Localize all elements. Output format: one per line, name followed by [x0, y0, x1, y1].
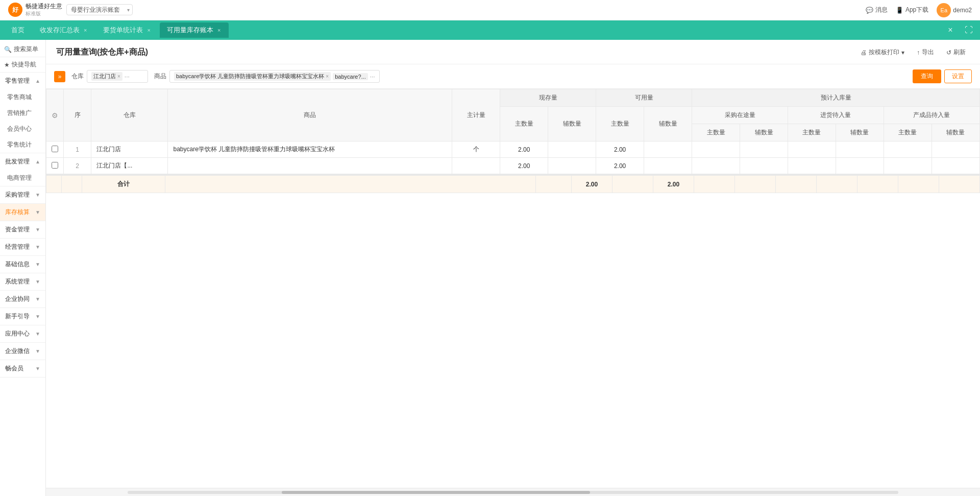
sidebar-finance-header[interactable]: 资金管理 ▼ [0, 221, 45, 238]
tab-bar-actions: × ⛶ [943, 23, 976, 37]
operation-arrow-icon: ▼ [35, 244, 40, 250]
tab-fullscreen[interactable]: ⛶ [962, 23, 976, 37]
filter-product-group: 商品 babycare学饮杯 儿童防摔防撞吸管杯重力球吸嘴杯宝宝水杯 × bab… [154, 70, 380, 83]
app-icon: 📱 [896, 7, 903, 14]
enterprise-arrow-icon: ▼ [35, 296, 40, 302]
refresh-icon: ↺ [946, 49, 951, 56]
th-pur-transit: 采购在途量 [692, 107, 788, 124]
warehouse-filter-input[interactable]: 江北门店 × ··· [87, 70, 148, 83]
nav-user[interactable]: Ea demo2 [937, 3, 972, 17]
sidebar-section-operation: 经营管理 ▼ [0, 239, 45, 256]
sidebar-inventory-header[interactable]: 库存核算 ▼ [0, 204, 45, 221]
sidebar-item-retail-mall[interactable]: 零售商城 [0, 89, 45, 105]
main-layout: 🔍 搜索菜单 ★ 快捷导航 零售管理 ▲ 零售商城 营销推广 会员中心 零售统计… [0, 40, 980, 496]
tab-home[interactable]: 首页 [4, 22, 32, 38]
tab-available-stock[interactable]: 可用量库存账本 × [160, 22, 229, 38]
tab-receive-summary-close[interactable]: × [83, 27, 88, 34]
sidebar-section-wechat: 企业微信 ▼ [0, 343, 45, 360]
print-btn[interactable]: 🖨 按模板打印 ▾ [856, 46, 909, 59]
sidebar-appstore-header[interactable]: 应用中心 ▼ [0, 325, 45, 342]
sidebar-search[interactable]: 🔍 搜索菜单 [0, 40, 45, 57]
sidebar: 🔍 搜索菜单 ★ 快捷导航 零售管理 ▲ 零售商城 营销推广 会员中心 零售统计… [0, 40, 46, 496]
filter-expand-btn[interactable]: » [54, 71, 65, 82]
scrollbar-thumb[interactable] [282, 491, 590, 494]
export-btn[interactable]: ↑ 导出 [913, 46, 938, 59]
sidebar-item-member-center[interactable]: 会员中心 [0, 121, 45, 137]
sidebar-item-retail-stats[interactable]: 零售统计 [0, 137, 45, 153]
product-tag-value: babycare学饮杯 儿童防摔防撞吸管杯重力球吸嘴杯宝宝水杯 [176, 73, 324, 80]
cell-prod-pend-main [884, 158, 932, 174]
product-filter-input[interactable]: babycare学饮杯 儿童防摔防撞吸管杯重力球吸嘴杯宝宝水杯 × babyca… [169, 70, 380, 83]
sidebar-item-ecommerce[interactable]: 电商管理 [0, 170, 45, 186]
sidebar-retail-header[interactable]: 零售管理 ▲ [0, 73, 45, 89]
cell-pur-pend-aux [836, 158, 884, 174]
query-btn[interactable]: 查询 [913, 69, 941, 83]
system-arrow-icon: ▼ [35, 279, 40, 285]
th-stock-main: 主数量 [500, 107, 548, 141]
top-bar-left: 好 畅捷通好生意 标准版 母婴行业演示账套 [8, 3, 133, 17]
refresh-btn[interactable]: ↺ 刷新 [942, 46, 970, 59]
cell-pur-transit-main [692, 141, 740, 158]
sidebar-item-marketing[interactable]: 营销推广 [0, 105, 45, 121]
th-prod-pend: 产成品待入量 [884, 107, 979, 124]
scrollbar-track[interactable] [128, 491, 898, 494]
cell-checkbox[interactable] [46, 141, 64, 158]
print-icon: 🖨 [861, 49, 867, 56]
sidebar-enterprise-label: 企业协同 [5, 295, 30, 303]
sidebar-section-finance: 资金管理 ▼ [0, 221, 45, 239]
tenant-selector-wrapper[interactable]: 母婴行业演示账套 [66, 4, 133, 15]
th-stock-aux: 辅数量 [548, 107, 596, 141]
tab-receive-summary-label: 收发存汇总表 [40, 26, 80, 35]
tenant-select[interactable]: 母婴行业演示账套 [66, 4, 133, 15]
sidebar-member-label: 畅会员 [5, 364, 23, 373]
cell-avail-aux [644, 141, 692, 158]
sidebar-enterprise-header[interactable]: 企业协同 ▼ [0, 291, 45, 308]
warehouse-tag-close[interactable]: × [117, 74, 120, 79]
th-warehouse: 仓库 [91, 89, 168, 141]
sidebar-wechat-header[interactable]: 企业微信 ▼ [0, 343, 45, 360]
product-tag-close[interactable]: × [326, 74, 329, 79]
tab-available-stock-close[interactable]: × [216, 27, 222, 34]
sidebar-purchase-label: 采购管理 [5, 191, 30, 199]
tab-order-stats-close[interactable]: × [146, 27, 151, 34]
page-actions: 🖨 按模板打印 ▾ ↑ 导出 ↺ 刷新 [856, 46, 970, 59]
th-current-stock: 现存量 [500, 89, 596, 107]
sidebar-system-header[interactable]: 系统管理 ▼ [0, 273, 45, 290]
cell-warehouse: 江北门店 [91, 141, 168, 158]
sidebar-basic-header[interactable]: 基础信息 ▼ [0, 256, 45, 273]
top-bar-right: 💬 消息 📱 App下载 Ea demo2 [866, 3, 972, 17]
sidebar-section-purchase: 采购管理 ▼ [0, 186, 45, 204]
sidebar-member-header[interactable]: 畅会员 ▼ [0, 360, 45, 377]
tab-close-all[interactable]: × [943, 23, 958, 37]
cell-checkbox[interactable] [46, 158, 64, 174]
nav-app-download[interactable]: 📱 App下载 [896, 6, 928, 14]
sidebar-operation-label: 经营管理 [5, 243, 30, 251]
tab-order-stats[interactable]: 要货单统计表 × [96, 22, 158, 38]
sidebar-newguide-header[interactable]: 新手引导 ▼ [0, 308, 45, 325]
th-planned-in: 预计入库量 [692, 89, 980, 107]
footer-stock-main: 2.00 [572, 176, 612, 193]
sidebar-purchase-header[interactable]: 采购管理 ▼ [0, 186, 45, 203]
cell-stock-aux [548, 158, 596, 174]
product-filter-tag2: babycare?... [333, 73, 368, 80]
page-header: 可用量查询(按仓库+商品) 🖨 按模板打印 ▾ ↑ 导出 ↺ 刷新 [46, 40, 980, 64]
warehouse-filter-label: 仓库 [71, 72, 84, 81]
sidebar-quick-nav-label: 快捷导航 [12, 60, 36, 69]
sidebar-wholesale-header[interactable]: 批发管理 ▲ [0, 153, 45, 170]
th-pur-pend: 进货待入量 [788, 107, 884, 124]
purchase-arrow-icon: ▼ [35, 192, 40, 198]
sidebar-quick-nav[interactable]: ★ 快捷导航 [0, 57, 45, 73]
settings-btn[interactable]: 设置 [944, 69, 972, 83]
cell-avail-main: 2.00 [596, 141, 644, 158]
cell-product: babycare学饮杯 儿童防摔防撞吸管杯重力球吸嘴杯宝宝水杯 [168, 141, 452, 158]
finance-arrow-icon: ▼ [35, 227, 40, 232]
gear-icon[interactable]: ⚙ [52, 111, 58, 120]
nav-message[interactable]: 💬 消息 [866, 6, 888, 14]
th-gear[interactable]: ⚙ [46, 89, 64, 141]
product-filter-more[interactable]: ··· [370, 73, 375, 80]
tab-receive-summary[interactable]: 收发存汇总表 × [33, 22, 95, 38]
logo-icon: 好 [8, 3, 22, 17]
sidebar-operation-header[interactable]: 经营管理 ▼ [0, 239, 45, 255]
filter-warehouse-group: 仓库 江北门店 × ··· [71, 70, 148, 83]
warehouse-filter-more[interactable]: ··· [125, 73, 130, 80]
